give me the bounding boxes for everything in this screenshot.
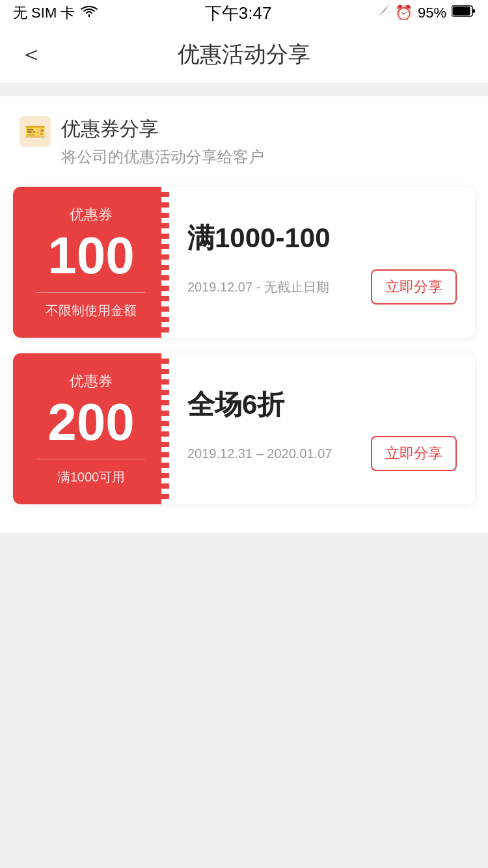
coupon-card-1: 优惠券 100 不限制使用金额 满1000-100 2019.12.07 - 无… [13,187,475,338]
back-button[interactable]: ＜ [20,38,43,70]
coupon-label-2: 优惠券 [70,372,113,391]
coupon-date-2: 2019.12.31 – 2020.01.07 [187,446,332,461]
status-left: 无 SIM 卡 [13,3,98,23]
coupon-bottom-row-2: 2019.12.31 – 2020.01.07 立即分享 [187,436,457,471]
status-right: ⏰ 95% [378,4,475,22]
battery-text: 95% [418,5,446,21]
coupon-left-1: 优惠券 100 不限制使用金额 [13,187,169,338]
coupon-condition-1: 不限制使用金额 [46,302,137,319]
coupon-divider-1 [37,292,145,293]
section-title: 优惠券分享 [61,116,264,142]
share-button-1[interactable]: 立即分享 [371,269,457,305]
coupon-bottom-row-1: 2019.12.07 - 无截止日期 立即分享 [187,269,457,305]
coupon-label-1: 优惠券 [70,205,113,224]
wifi-icon [80,5,98,21]
svg-rect-3 [453,7,470,16]
bottom-area [0,533,488,868]
coupon-name-1: 满1000-100 [187,220,457,256]
section-subtitle: 将公司的优惠活动分享给客户 [61,146,264,167]
battery-icon [452,5,475,21]
coupon-divider-2 [37,459,145,459]
coupon-condition-2: 满1000可用 [57,468,126,486]
coupon-left-2: 优惠券 200 满1000可用 [13,353,169,504]
share-button-2[interactable]: 立即分享 [371,436,457,471]
coupon-right-1: 满1000-100 2019.12.07 - 无截止日期 立即分享 [169,187,475,338]
section-header: 🎫 优惠券分享 将公司的优惠活动分享给客户 [0,96,488,180]
svg-rect-2 [472,9,475,13]
coupon-name-2: 全场6折 [187,387,457,423]
location-icon [378,4,390,22]
svg-marker-0 [378,4,390,17]
nav-bar: ＜ 优惠活动分享 [0,26,488,83]
coupon-right-2: 全场6折 2019.12.31 – 2020.01.07 立即分享 [169,353,475,504]
time-display: 下午3:47 [205,2,272,25]
coupon-icon: 🎫 [20,116,51,147]
coupon-date-1: 2019.12.07 - 无截止日期 [187,278,329,296]
section-divider [0,83,488,96]
page-title: 优惠活动分享 [178,40,310,70]
carrier-text: 无 SIM 卡 [13,3,75,23]
coupon-amount-2: 200 [47,396,134,448]
alarm-icon: ⏰ [395,5,413,21]
coupon-amount-1: 100 [47,230,134,282]
coupon-card-2: 优惠券 200 满1000可用 全场6折 2019.12.31 – 2020.0… [13,353,475,504]
status-bar: 无 SIM 卡 下午3:47 ⏰ 95% [0,0,488,26]
section-text: 优惠券分享 将公司的优惠活动分享给客户 [61,116,264,167]
coupon-list: 优惠券 100 不限制使用金额 满1000-100 2019.12.07 - 无… [0,180,488,533]
